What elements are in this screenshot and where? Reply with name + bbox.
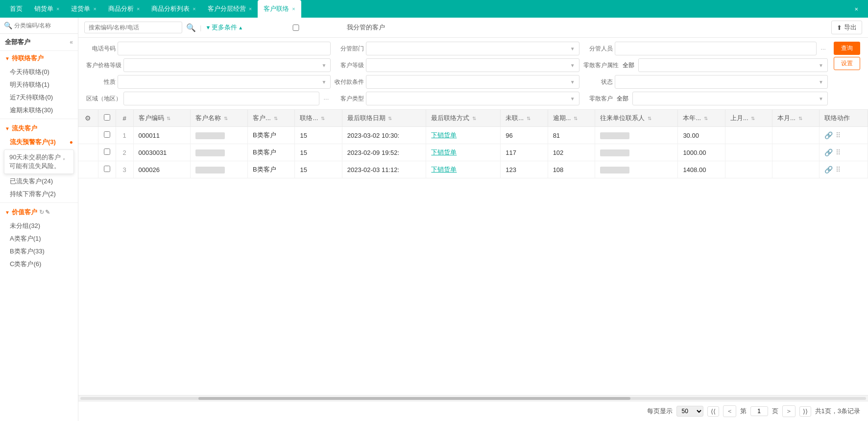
- tab-home[interactable]: 首页: [4, 0, 28, 18]
- tab-close-purchase[interactable]: ×: [93, 6, 96, 12]
- row-checkbox-2[interactable]: [104, 149, 110, 155]
- tab-customer-segment[interactable]: 客户分层经营 ×: [202, 0, 258, 18]
- tab-close-customer-connect[interactable]: ×: [292, 6, 295, 12]
- th-last-contact-date[interactable]: 最后联络日期 ⇅: [342, 110, 426, 127]
- query-button[interactable]: 查询: [834, 42, 860, 55]
- filter-status: 状态 ▼: [583, 75, 828, 89]
- action-grid-icon-2[interactable]: ⠿: [836, 149, 841, 156]
- value-refresh-icon[interactable]: ↻: [39, 209, 44, 216]
- tab-purchase[interactable]: 进货单 ×: [65, 0, 102, 18]
- scroll-thumb[interactable]: [198, 397, 630, 400]
- row-checkbox-1[interactable]: [104, 131, 110, 138]
- tab-close-product-analysis[interactable]: ×: [137, 6, 140, 12]
- prev-page-button[interactable]: ＜: [723, 405, 736, 417]
- last-contact-method-link-1[interactable]: 下销货单: [431, 131, 457, 139]
- sidebar-section-pending-contact[interactable]: ▼ 待联络客户: [0, 51, 78, 66]
- page-number-input[interactable]: [750, 406, 768, 416]
- row-checkbox-3[interactable]: [104, 166, 110, 172]
- td-last-contact-method-2[interactable]: 下销货单: [426, 144, 501, 161]
- search-input[interactable]: [84, 22, 182, 33]
- per-page-select[interactable]: 20 50 100 200: [676, 406, 703, 417]
- th-uncontacted[interactable]: 未联... ⇅: [501, 110, 548, 127]
- tab-close-customer-segment[interactable]: ×: [249, 6, 252, 12]
- td-overdue-1: 81: [548, 127, 595, 144]
- filter-price-level-dropdown[interactable]: ▼: [123, 58, 331, 72]
- filter-person-dots[interactable]: ···: [819, 45, 828, 52]
- export-button[interactable]: ⬆ 导出: [831, 21, 862, 34]
- td-last-contact-method-3[interactable]: 下销货单: [426, 161, 501, 178]
- th-settings[interactable]: ⚙: [78, 110, 98, 127]
- filter-region-dots[interactable]: ···: [321, 95, 331, 102]
- td-uncontacted-3: 123: [501, 161, 548, 178]
- sidebar-item-b-class[interactable]: B类客户(33): [0, 245, 78, 258]
- td-checkbox-3: [98, 161, 116, 178]
- sidebar-item-churn-down[interactable]: 持续下滑客户(2): [0, 188, 78, 200]
- next-page-button[interactable]: ＞: [782, 405, 796, 417]
- th-type[interactable]: 客户... ⇅: [248, 110, 295, 127]
- value-edit-icon[interactable]: ✎: [45, 209, 50, 216]
- last-contact-method-link-3[interactable]: 下销货单: [431, 166, 457, 173]
- th-this-year[interactable]: 本年... ⇅: [678, 110, 725, 127]
- last-contact-method-link-2[interactable]: 下销货单: [431, 149, 457, 156]
- filter-retail-attr-dropdown[interactable]: ▼: [638, 58, 828, 72]
- tab-sales[interactable]: 销货单 ×: [28, 0, 65, 18]
- filter-retail-customer-dropdown[interactable]: ▼: [632, 92, 828, 105]
- price-level-arrow: ▼: [321, 63, 326, 68]
- table-settings-icon[interactable]: ⚙: [85, 114, 91, 122]
- main-layout: 🔍 全部客户 « ▼ 待联络客户 今天待联络(0) 明天待联络(1) 近7天待联…: [0, 18, 868, 421]
- tab-product-analysis[interactable]: 商品分析 ×: [102, 0, 145, 18]
- action-grid-icon-3[interactable]: ⠿: [836, 166, 841, 173]
- sidebar-section-value[interactable]: ▼ 价值客户 ↻ ✎: [0, 205, 78, 220]
- tab-close-product-list[interactable]: ×: [193, 6, 195, 12]
- th-contact[interactable]: 联络... ⇅: [295, 110, 342, 127]
- th-last-month[interactable]: 上月... ⇅: [725, 110, 772, 127]
- sidebar-item-ungroup[interactable]: 未分组(32): [0, 220, 78, 232]
- th-name[interactable]: 客户名称 ⇅: [191, 110, 248, 127]
- sidebar-section-churn[interactable]: ▼ 流失客户: [0, 121, 78, 136]
- filter-phone-input[interactable]: [118, 42, 331, 55]
- sidebar-item-churn-warning[interactable]: 流失预警客户(3) ●: [0, 136, 78, 149]
- setting-button[interactable]: 设置: [834, 57, 860, 70]
- last-page-button[interactable]: ⟩⟩: [799, 406, 811, 417]
- first-page-button[interactable]: ⟨⟨: [707, 406, 719, 417]
- filter-region-input[interactable]: [123, 92, 319, 105]
- action-link-icon-3[interactable]: 🔗: [824, 166, 833, 173]
- tab-close-sales[interactable]: ×: [56, 6, 59, 12]
- filter-payment-dropdown[interactable]: ▼: [366, 75, 579, 89]
- sidebar-search-input[interactable]: [14, 22, 78, 29]
- sidebar-item-already-churn[interactable]: 已流失客户(24): [0, 175, 78, 188]
- sidebar-item-week[interactable]: 近7天待联络(0): [0, 91, 78, 104]
- td-last-contact-method-1[interactable]: 下销货单: [426, 127, 501, 144]
- sidebar-item-today[interactable]: 今天待联络(0): [0, 66, 78, 78]
- more-conditions-button[interactable]: ▼ 更多条件 ▲: [205, 23, 243, 32]
- my-customers-checkbox[interactable]: [247, 25, 345, 31]
- action-link-icon-2[interactable]: 🔗: [824, 149, 833, 156]
- window-close-button[interactable]: ×: [848, 0, 864, 18]
- select-all-checkbox[interactable]: [104, 114, 110, 121]
- th-overdue[interactable]: 逾期... ⇅: [548, 110, 595, 127]
- sidebar-item-a-class[interactable]: A类客户(1): [0, 232, 78, 245]
- sidebar-collapse-icon[interactable]: «: [70, 39, 73, 46]
- action-link-icon-1[interactable]: 🔗: [824, 131, 833, 139]
- filter-level-dropdown[interactable]: ▼: [366, 58, 579, 72]
- sidebar-item-tomorrow[interactable]: 明天待联络(1): [0, 78, 78, 91]
- filter-customer-type-dropdown[interactable]: ▼: [366, 92, 579, 105]
- tab-customer-connect[interactable]: 客户联络 ×: [258, 0, 301, 18]
- retail-attr-arrow: ▼: [819, 63, 823, 68]
- sidebar-item-c-class[interactable]: C类客户(6): [0, 258, 78, 271]
- horizontal-scrollbar[interactable]: [78, 395, 868, 401]
- th-last-contact-method[interactable]: 最后联络方式 ⇅: [426, 110, 501, 127]
- action-grid-icon-1[interactable]: ⠿: [836, 131, 841, 139]
- action-icons-1: 🔗 ⠿: [824, 131, 863, 139]
- my-customers-checkbox-label[interactable]: 我分管的客户: [247, 23, 385, 32]
- th-this-month[interactable]: 本月... ⇅: [772, 110, 820, 127]
- filter-nature-dropdown[interactable]: ▼: [118, 75, 331, 89]
- filter-person-input[interactable]: [615, 42, 817, 55]
- th-unit-contact[interactable]: 往来单位联系人 ⇅: [595, 110, 677, 127]
- tab-product-list[interactable]: 商品分析列表 ×: [145, 0, 201, 18]
- filter-status-dropdown[interactable]: ▼: [615, 75, 828, 89]
- filter-dept-dropdown[interactable]: ▼: [366, 42, 579, 55]
- sidebar-item-overdue[interactable]: 逾期未联络(30): [0, 104, 78, 117]
- th-code[interactable]: 客户编码 ⇅: [133, 110, 191, 127]
- search-button[interactable]: 🔍: [186, 23, 196, 32]
